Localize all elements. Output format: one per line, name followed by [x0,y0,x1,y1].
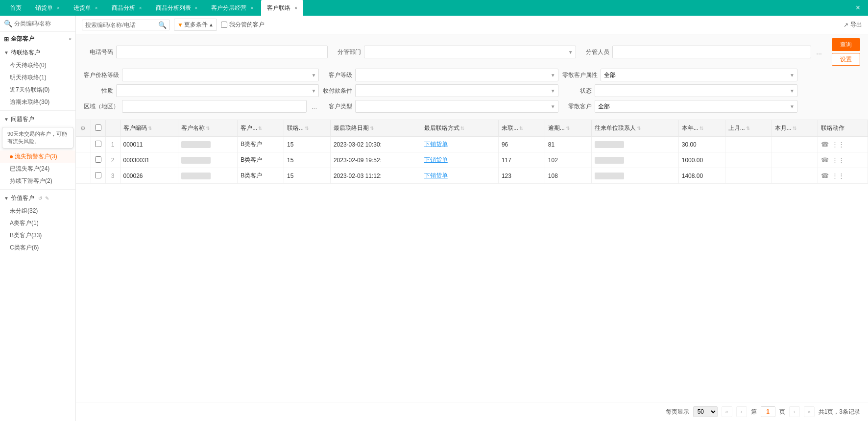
pagination: 每页显示 50 « ‹ 第 页 › » 共1页，3条记录 [76,402,868,421]
row-unit-contact [591,137,678,152]
sort-icon[interactable]: ⇅ [519,125,523,131]
row-checkbox[interactable] [95,141,101,147]
sidebar-item-today[interactable]: 今天待联络(0) [0,59,75,72]
sidebar-item-class-b[interactable]: B类客户(33) [0,229,75,242]
sort-icon[interactable]: ⇅ [258,125,262,131]
close-customer-contact-tab[interactable]: × [294,5,297,11]
my-customers-checkbox[interactable] [221,22,227,28]
sidebar-item-class-c[interactable]: C类客户(6) [0,242,75,254]
edit-icon[interactable]: ✎ [45,196,49,201]
close-purchase-tab[interactable]: × [95,5,98,11]
action-contact-icon[interactable]: ☎ [821,172,829,179]
nav-tab-customer-contact[interactable]: 客户联络 × [261,0,303,16]
sidebar-item-overdue[interactable]: 逾期未联络(30) [0,96,75,108]
filter-price-level-select[interactable] [122,69,319,81]
row-last-way-link[interactable]: 下销货单 [424,172,448,179]
nav-home[interactable]: 首页 [4,0,27,16]
filter-customer-level-select[interactable] [355,69,558,81]
row-checkbox[interactable] [95,172,101,178]
nav-tab-customer-tier[interactable]: 客户分层经营 × [205,0,259,16]
sidebar-item-tomorrow[interactable]: 明天待联络(1) [0,72,75,84]
action-more-icon[interactable]: ⋮⋮ [832,141,844,148]
sidebar-item-churn-warning[interactable]: 流失预警客户(3) [0,150,75,163]
filter-phone-input[interactable] [116,46,328,58]
sort-icon[interactable]: ⇅ [370,125,374,131]
filter-customer-type-select[interactable] [355,100,558,113]
sidebar-all-customers[interactable]: ⊞ 全部客户 « [0,32,75,46]
my-customers-filter[interactable]: 我分管的客户 [221,21,265,29]
sidebar-group-pending[interactable]: ▼ 待联络客户 [0,46,75,59]
sidebar-search-wrap: 🔍 [0,16,75,32]
filter-zero-attr-select[interactable]: 全部 [601,69,797,81]
sidebar-group-problem[interactable]: ▼ 问题客户 [0,113,75,126]
settings-button[interactable]: 设置 [832,53,860,66]
prev-page-btn[interactable]: ‹ [736,406,747,417]
sidebar-search-input[interactable] [14,20,76,27]
sidebar-item-ungrouped[interactable]: 未分组(32) [0,205,75,217]
sort-icon[interactable]: ⇅ [699,125,703,131]
sort-icon[interactable]: ⇅ [566,125,570,131]
refresh-icon[interactable]: ↺ [38,196,42,201]
filter-region-more[interactable]: ... [310,102,319,110]
sort-icon[interactable]: ⇅ [637,125,641,131]
filter-dept-select[interactable] [364,46,576,58]
close-sales-tab[interactable]: × [57,5,60,11]
row-checkbox[interactable] [95,156,101,163]
th-gear[interactable]: ⚙ [76,120,91,137]
sidebar-item-declining[interactable]: 持续下滑客户(2) [0,175,75,187]
sort-icon[interactable]: ⇅ [746,125,750,131]
row-this-month [772,152,818,168]
search-input[interactable] [85,22,156,28]
row-no-contact: 96 [498,137,545,152]
more-filter-btn[interactable]: ▼ 更多条件 ▲ [174,19,217,31]
action-contact-icon[interactable]: ☎ [821,156,829,164]
arrow-down-icon: ▼ [4,50,9,55]
filter-region-input[interactable] [122,100,307,113]
filter-status-select[interactable] [595,84,797,97]
th-contact: 联络...⇅ [284,120,331,137]
next-page-btn[interactable]: › [789,406,800,417]
sidebar-item-class-a[interactable]: A类客户(1) [0,217,75,229]
query-button[interactable]: 查询 [832,38,860,51]
per-page-select[interactable]: 50 [693,406,718,417]
close-all-btn[interactable]: × [852,3,864,12]
action-contact-icon[interactable]: ☎ [821,141,829,148]
arrow-down-icon-3: ▼ [4,196,9,201]
row-type: B类客户 [238,152,284,168]
filter-payment-select[interactable] [355,84,558,97]
last-page-btn[interactable]: » [804,406,815,417]
select-all-checkbox[interactable] [95,124,101,131]
row-code: 000026 [120,168,178,184]
row-last-way: 下销货单 [421,152,498,168]
sort-icon[interactable]: ⇅ [793,125,796,131]
nav-tab-purchase[interactable]: 进货单 × [68,0,104,16]
action-more-icon[interactable]: ⋮⋮ [832,172,844,179]
nav-tab-sales[interactable]: 销货单 × [29,0,66,16]
row-last-way-link[interactable]: 下销货单 [424,156,448,163]
sidebar-group-value[interactable]: ▼ 价值客户 ↺ ✎ [0,192,75,205]
row-overdue: 108 [545,168,591,184]
close-customer-tier-tab[interactable]: × [250,5,253,11]
nav-tab-analysis[interactable]: 商品分析 × [106,0,148,16]
search-button[interactable]: 🔍 [158,21,167,29]
filter-manager-input[interactable] [612,46,812,58]
action-more-icon[interactable]: ⋮⋮ [832,156,844,164]
export-btn[interactable]: ↗ 导出 [844,21,862,29]
sort-icon[interactable]: ⇅ [206,125,210,131]
close-analysis-list-tab[interactable]: × [195,5,198,11]
sort-icon[interactable]: ⇅ [305,125,309,131]
sidebar-item-churned[interactable]: 已流失客户(24) [0,163,75,175]
close-analysis-tab[interactable]: × [139,5,142,11]
filter-nature-select[interactable] [116,84,319,97]
filter-zero-attr-wrap: 全部 ▼ [601,69,797,81]
sidebar-item-7days[interactable]: 近7天待联络(0) [0,84,75,96]
nav-tab-analysis-list[interactable]: 商品分析列表 × [150,0,204,16]
sort-icon[interactable]: ⇅ [460,125,464,131]
filter-manager-more[interactable]: ... [814,48,824,56]
row-last-way-link[interactable]: 下销货单 [424,141,448,148]
sort-icon[interactable]: ⇅ [148,125,152,131]
first-page-btn[interactable]: « [722,406,732,417]
filter-zero-customer-select[interactable]: 全部 [595,100,797,113]
row-actions: ☎ ⋮⋮ [818,152,868,168]
page-num-input[interactable] [761,406,775,417]
